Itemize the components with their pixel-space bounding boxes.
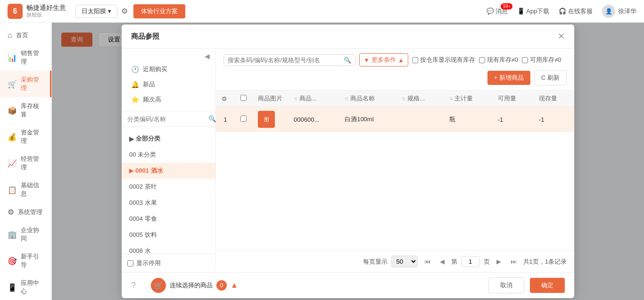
cancel-button[interactable]: 取消 xyxy=(488,277,524,293)
sidebar-item-system[interactable]: ⚙ 系统管理 xyxy=(0,203,51,221)
filter-frequent-label: 频次高 xyxy=(143,95,161,104)
product-table-wrapper: ⚙ 商品图片 ⇅ xyxy=(216,91,574,250)
cart-count: 0 xyxy=(216,280,227,291)
page-size-select[interactable]: 10 20 50 100 xyxy=(391,256,418,267)
chevron-up-icon: ▲ xyxy=(398,57,404,64)
logo-sub: 旗舰版 xyxy=(26,11,66,18)
add-product-button[interactable]: + 新增商品 xyxy=(487,71,530,85)
sidebar-item-purchase-label: 采购管理 xyxy=(21,75,42,92)
sidebar-item-operation[interactable]: 📈 经营管理 xyxy=(0,150,51,176)
prev-page-button[interactable]: ◀ xyxy=(437,257,447,266)
gear-icon[interactable]: ⚙ xyxy=(121,7,128,16)
available-filter-label[interactable]: 现有库存≠0 xyxy=(479,56,518,64)
sidebar-item-inventory-label: 库存核算 xyxy=(21,102,44,119)
sidebar-item-home[interactable]: ⌂ 首页 xyxy=(0,26,51,44)
confirm-button[interactable]: 确定 xyxy=(530,278,565,293)
display-disabled-label: 显示停用 xyxy=(136,259,161,267)
product-search-input[interactable] xyxy=(228,57,342,64)
category-search-input[interactable] xyxy=(127,116,206,123)
sidebar-item-purchase[interactable]: 🛒 采购管理 xyxy=(0,71,51,97)
try-button[interactable]: 体验行业方案 xyxy=(133,4,185,18)
online-service[interactable]: 🎧 在线客服 xyxy=(559,7,593,16)
category-0001[interactable]: ▶ 0001 酒水 xyxy=(122,163,215,179)
footer-cart-area: 🛒 连续选择的商品 0 ▲ xyxy=(151,278,238,293)
finance-icon: 💰 xyxy=(8,133,17,142)
modal-close-button[interactable]: ✕ xyxy=(558,31,565,42)
sort-code-icon[interactable]: ⇅ xyxy=(294,96,297,101)
logo-icon: 6 xyxy=(8,4,23,19)
th-available-label: 可用量 xyxy=(498,95,516,102)
sidebar-item-sales[interactable]: 📊 销售管理 xyxy=(0,44,51,71)
filter-frequent[interactable]: ⭐ 频次高 xyxy=(127,92,210,107)
th-code: ⇅ 商品... xyxy=(288,91,339,107)
sidebar-item-inventory[interactable]: 📦 库存核算 xyxy=(0,97,51,124)
product-search-box: 🔍 xyxy=(223,54,355,66)
purchase-icon: 🛒 xyxy=(8,80,17,89)
category-search-icon[interactable]: 🔍 xyxy=(208,115,216,123)
next-page-button[interactable]: ▶ xyxy=(494,257,504,266)
category-all[interactable]: ▶ 全部分类 xyxy=(122,131,215,147)
warehouse-label: 日太阳膜 xyxy=(82,7,106,16)
category-0004[interactable]: 0004 零食 xyxy=(122,211,215,227)
sort-name-icon[interactable]: ⇅ xyxy=(345,96,348,101)
th-stock-label: 现存量 xyxy=(539,95,557,102)
category-00[interactable]: 00 未分类 xyxy=(122,147,215,163)
sort-spec-icon[interactable]: ⇅ xyxy=(402,96,405,101)
frequent-icon: ⭐ xyxy=(131,96,139,103)
category-0008-label: 0008 水 xyxy=(129,247,151,254)
system-icon: ⚙ xyxy=(8,208,14,217)
modal-left-panel: ◀ 🕐 近期购买 🔔 新品 ⭐ 频次高 xyxy=(122,49,216,272)
sidebar-item-home-label: 首页 xyxy=(16,31,28,40)
usable-filter-checkbox[interactable] xyxy=(522,57,528,63)
th-name: ⇅ 商品名称 xyxy=(339,91,396,107)
table-row[interactable]: 1 图 000600... 白酒100ml 瓶 -1 -1 xyxy=(216,107,574,132)
username: 徐泽华 xyxy=(618,7,636,16)
category-0002[interactable]: 0002 茶叶 xyxy=(122,179,215,195)
category-0003[interactable]: 0003 水果 xyxy=(122,195,215,211)
refresh-product-button[interactable]: C 刷新 xyxy=(534,70,567,85)
filter-new[interactable]: 🔔 新品 xyxy=(127,77,210,92)
collapse-footer-icon[interactable]: ▲ xyxy=(231,281,238,290)
category-0008[interactable]: 0008 水 xyxy=(122,243,215,254)
cart-icon-button[interactable]: 🛒 xyxy=(151,278,166,293)
th-spec-label: 规格... xyxy=(407,95,425,102)
inventory-icon: 📦 xyxy=(8,106,17,115)
th-check xyxy=(235,91,252,107)
sidebar-item-enterprise[interactable]: 🏢 企业协同 xyxy=(0,221,51,248)
sort-unit-icon[interactable]: ⇅ xyxy=(449,96,453,101)
available-filter-text: 现有库存≠0 xyxy=(487,56,518,64)
left-sidebar: ⌂ 首页 📊 销售管理 🛒 采购管理 📦 库存核算 💰 资金管理 📈 经营管理 … xyxy=(0,23,52,300)
quick-filters: ◀ 🕐 近期购买 🔔 新品 ⭐ 频次高 xyxy=(122,49,215,111)
search-icon[interactable]: 🔍 xyxy=(344,57,351,64)
modal-footer: ? 🛒 连续选择的商品 0 ▲ 取消 确定 xyxy=(122,272,574,298)
sidebar-item-guide[interactable]: 🎯 新手引导 xyxy=(0,248,51,274)
sidebar-item-apps[interactable]: 📱 应用中心 xyxy=(0,274,51,300)
available-filter-checkbox[interactable] xyxy=(479,57,485,63)
category-0005[interactable]: 0005 饮料 xyxy=(122,227,215,243)
warehouse-filter-checkbox[interactable] xyxy=(412,57,418,63)
select-all-checkbox[interactable] xyxy=(240,95,247,101)
quick-filter-collapse[interactable]: ◀ xyxy=(205,52,210,60)
badge-number: 99+ xyxy=(501,3,512,9)
first-page-button[interactable]: ⏮ xyxy=(421,257,433,266)
usable-filter-label[interactable]: 可用库存≠0 xyxy=(522,56,561,64)
gear-settings-icon[interactable]: ⚙ xyxy=(222,95,227,102)
recent-icon: 🕐 xyxy=(131,66,139,73)
help-icon[interactable]: ? xyxy=(131,281,136,291)
row-checkbox[interactable] xyxy=(240,116,247,122)
user-area[interactable]: 👤 徐泽华 xyxy=(602,5,636,18)
app-download[interactable]: 📱 App下载 xyxy=(517,7,549,16)
last-page-button[interactable]: ⏭ xyxy=(508,257,520,266)
arrow-right-icon: ▶ xyxy=(129,135,134,142)
message-badge[interactable]: 💬 99+ 消息 xyxy=(487,7,508,16)
warehouse-filter-label[interactable]: 按仓库显示现有库存 xyxy=(412,56,475,64)
warehouse-select[interactable]: 日太阳膜 ▾ xyxy=(75,5,117,18)
sidebar-item-finance[interactable]: 💰 资金管理 xyxy=(0,124,51,150)
more-filter-button[interactable]: ▼ 更多条件 ▲ xyxy=(359,53,408,67)
active-arrow-icon: ▶ xyxy=(129,167,133,174)
sidebar-item-basic[interactable]: 📋 基础信息 xyxy=(0,176,51,203)
page-input[interactable] xyxy=(461,256,480,267)
display-disabled-checkbox[interactable] xyxy=(127,260,133,267)
filter-recent[interactable]: 🕐 近期购买 xyxy=(127,62,210,77)
row-checkbox-cell xyxy=(235,107,252,132)
